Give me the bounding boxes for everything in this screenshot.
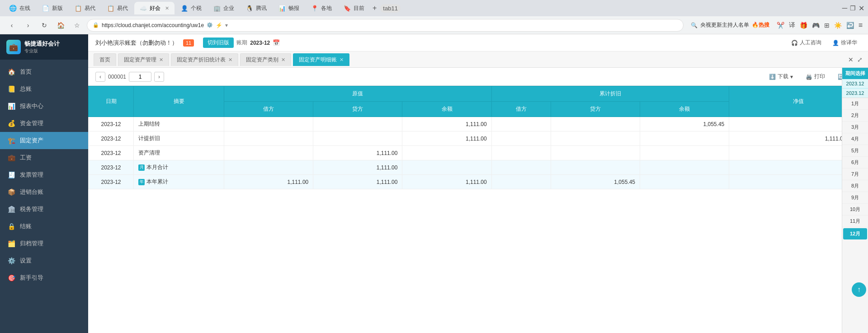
cell-accum-credit-4	[551, 160, 640, 175]
switch-version-btn[interactable]: 切到旧版	[203, 38, 234, 48]
gamepad-icon[interactable]: 🎮	[812, 22, 820, 29]
sidebar-item-funds[interactable]: 💰 资金管理	[0, 115, 88, 132]
table-row-monthly-total: 2023-12 月 本月合计 1,111.00	[89, 160, 868, 175]
browser-tab-yidai1[interactable]: 📋 易代	[69, 2, 101, 14]
period-month-11[interactable]: 11月	[842, 216, 868, 227]
period-year-2[interactable]: 2023.12	[842, 89, 868, 98]
headset-icon: 🎧	[791, 40, 798, 46]
menu-icon[interactable]: ≡	[859, 21, 863, 29]
period-year-1[interactable]: 2023.12	[842, 79, 868, 89]
add-tab-btn[interactable]: +	[373, 4, 377, 12]
cell-orig-debit-3	[224, 146, 313, 160]
browser-tab-mubiao[interactable]: 🔖 目前	[338, 2, 370, 14]
tab-count-badge[interactable]: tab11	[380, 4, 401, 13]
browser-tab-chang[interactable]: 📊 畅报	[273, 2, 305, 14]
tab-fixed-asset-mgmt-close-icon[interactable]: ✕	[159, 57, 163, 63]
tab-asset-category[interactable]: 固定资产类别 ✕	[240, 53, 291, 66]
cell-orig-debit-5: 1,111.00	[224, 175, 313, 189]
tab-fixed-asset-mgmt[interactable]: 固定资产管理 ✕	[118, 53, 169, 66]
forward-btn[interactable]: ›	[22, 19, 34, 32]
browser-tab-new[interactable]: 📄 新版	[37, 2, 68, 14]
browser-tab-online[interactable]: 🌐 在线	[4, 2, 36, 14]
period-month-4[interactable]: 4月	[842, 133, 868, 145]
period-month-6[interactable]: 6月	[842, 157, 868, 169]
tab-asset-detail-close-icon[interactable]: ✕	[340, 57, 344, 63]
wallet-icon[interactable]: 🎁	[800, 22, 807, 29]
sidebar: 💼 畅捷通好会计 专业版 🏠 首页 📒 总账 📊 报表中心	[0, 34, 88, 333]
scroll-top-btn[interactable]: ↑	[852, 282, 866, 297]
period-month-3[interactable]: 3月	[842, 122, 868, 133]
sidebar-item-payroll[interactable]: 💼 工资	[0, 149, 88, 166]
brightness-icon[interactable]: ☀️	[834, 22, 842, 29]
sidebar-item-fixed-assets[interactable]: 🏗️ 固定资产	[0, 132, 88, 149]
minimize-btn[interactable]: ─	[842, 4, 847, 12]
period-month-2[interactable]: 2月	[842, 110, 868, 122]
period-month-8[interactable]: 8月	[842, 180, 868, 192]
tab-asset-detail[interactable]: 固定资产明细账 ✕	[293, 53, 349, 66]
history-icon[interactable]: ↩️	[846, 22, 854, 29]
close-window-btn[interactable]: ✕	[859, 4, 864, 13]
cell-orig-balance-4	[402, 160, 491, 175]
tab-asset-category-close-icon[interactable]: ✕	[281, 57, 285, 63]
search-bar[interactable]: 🔍 央视更新主持人名单 🔥热搜	[691, 21, 769, 29]
tab-home-label: 首页	[99, 56, 110, 64]
period-month-9[interactable]: 9月	[842, 192, 868, 204]
maximize-btn[interactable]: ❐	[850, 5, 856, 12]
tab-expand-icon[interactable]: ⤢	[857, 56, 863, 63]
browser-tab-haohui[interactable]: ☁️ 好会 ✕	[134, 2, 175, 14]
switch-area: 切到旧版 账期 2023-12 📅	[203, 38, 280, 48]
support-btn[interactable]: 🎧 人工咨询	[788, 37, 825, 48]
period-month-5[interactable]: 5月	[842, 145, 868, 157]
next-page-btn[interactable]: ›	[154, 72, 164, 82]
sidebar-item-invoice[interactable]: 🧾 发票管理	[0, 166, 88, 183]
period-selector-panel: 期间选择 2023.12 2023.12 1月 2月 3月 4月 5月 6月 7…	[842, 68, 868, 333]
bookmark-btn[interactable]: ☆	[71, 19, 83, 32]
tab-fixed-asset-mgmt-label: 固定资产管理	[124, 56, 156, 64]
period-month-1[interactable]: 1月	[842, 98, 868, 110]
sidebar-item-guide[interactable]: 🎯 新手引导	[0, 269, 88, 286]
translate-icon[interactable]: 译	[789, 21, 795, 29]
th-original-value: 原值	[224, 86, 492, 102]
browser-tab-gedi[interactable]: 📍 各地	[306, 2, 337, 14]
prev-page-btn[interactable]: ‹	[95, 72, 105, 82]
sidebar-item-archive[interactable]: 🗂️ 归档管理	[0, 235, 88, 252]
sidebar-item-tax[interactable]: 🏛️ 税务管理	[0, 201, 88, 218]
sidebar-item-settings[interactable]: ⚙️ 设置	[0, 252, 88, 269]
browser-tab-enterprise[interactable]: 🏢 企业	[208, 2, 240, 14]
calendar-icon[interactable]: 📅	[273, 39, 280, 46]
refresh-btn[interactable]: ↻	[38, 19, 51, 32]
print-btn[interactable]: 🖨️ 打印	[802, 71, 829, 82]
sidebar-item-home[interactable]: 🏠 首页	[0, 63, 88, 80]
hot-search-label[interactable]: 🔥热搜	[752, 21, 769, 29]
home-btn[interactable]: 🏠	[54, 19, 67, 32]
sidebar-item-reports[interactable]: 📊 报表中心	[0, 98, 88, 115]
table-row: 2023-12 上期结转 1,111.00 1,055.45 55.55	[89, 117, 868, 131]
scissors-icon[interactable]: ✂️	[777, 22, 784, 29]
sidebar-item-inventory[interactable]: 📦 进销台账	[0, 183, 88, 201]
browser-tab-tencent[interactable]: 🐧 腾讯	[241, 2, 272, 14]
sidebar-item-close-period[interactable]: 🔒 结账	[0, 218, 88, 235]
browser-tab-close-icon[interactable]: ✕	[165, 5, 169, 11]
tab-close-all-icon[interactable]: ✕	[848, 56, 854, 63]
sidebar-item-general-ledger[interactable]: 📒 总账	[0, 80, 88, 98]
url-bar[interactable]: 🔒 https://cloud.chanjet.com/accounting/u…	[87, 19, 684, 32]
browser-tab-geshui[interactable]: 👤 个税	[175, 2, 207, 14]
funds-icon: 💰	[7, 119, 15, 127]
url-dropdown-icon[interactable]: ▾	[225, 22, 228, 28]
download-btn[interactable]: ⬇️ 下载 ▾	[765, 71, 797, 82]
tab-depreciation-stat[interactable]: 固定资产折旧统计表 ✕	[171, 53, 238, 66]
tab-home[interactable]: 首页	[94, 53, 116, 66]
period-month-10[interactable]: 10月	[842, 204, 868, 216]
back-btn[interactable]: ‹	[5, 19, 18, 32]
period-month-12[interactable]: 12月	[843, 228, 867, 239]
cell-accum-balance-5	[640, 175, 729, 189]
download-label: 下载	[778, 73, 788, 80]
asset-detail-table: 日期 摘要 原值 累计折旧 净值 借方 贷方 余额 借方 贷方 余额	[88, 86, 868, 189]
period-month-7[interactable]: 7月	[842, 169, 868, 180]
page-input[interactable]	[129, 72, 151, 82]
grid-icon[interactable]: ⊞	[824, 22, 830, 29]
cell-accum-balance-4	[640, 160, 729, 175]
user-btn[interactable]: 👤 徐译华	[829, 37, 861, 48]
browser-tab-yidai2[interactable]: 📋 易代	[102, 2, 133, 14]
tab-depreciation-stat-close-icon[interactable]: ✕	[228, 57, 232, 63]
